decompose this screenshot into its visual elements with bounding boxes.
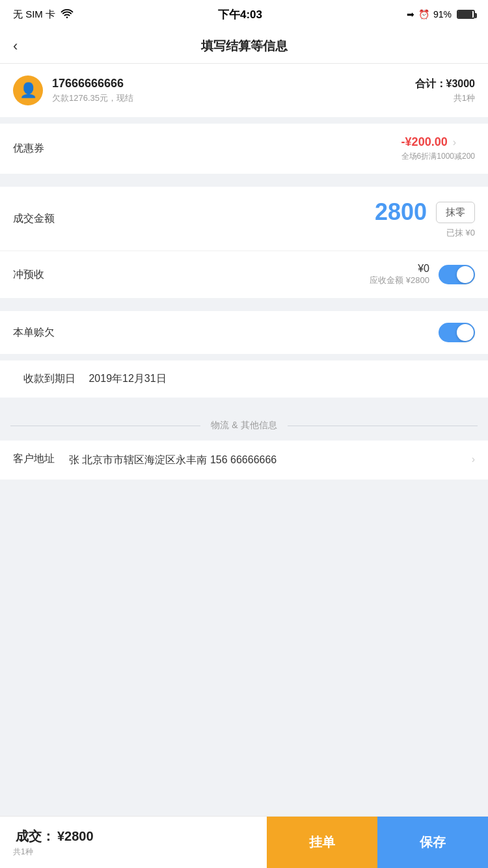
save-button[interactable]: 保存 xyxy=(377,817,488,868)
coupon-row[interactable]: 优惠券 -¥200.00 › 全场6折满1000减200 xyxy=(0,124,488,174)
due-date-section: 收款到期日 2019年12月31日 xyxy=(0,360,488,398)
arrears-label: 本单赊欠 xyxy=(13,326,55,340)
avatar: 👤 xyxy=(13,75,43,105)
coupon-chevron-icon: › xyxy=(453,137,456,148)
content-area: 👤 17666666666 欠款1276.35元，现结 合计：¥3000 共1种… xyxy=(0,64,488,655)
logistics-divider: 物流 & 其他信息 xyxy=(0,411,488,441)
due-date-label: 收款到期日 xyxy=(23,373,75,384)
address-value: 张 北京市市辖区海淀区永丰南 156 66666666 xyxy=(69,452,472,468)
nav-bar: ‹ 填写结算等信息 xyxy=(0,29,488,64)
due-date-value: 2019年12月31日 xyxy=(88,373,166,384)
arrears-toggle[interactable] xyxy=(439,323,475,342)
coupon-desc: 全场6折满1000减200 xyxy=(401,151,475,162)
round-button[interactable]: 抹零 xyxy=(436,202,475,223)
status-right: ➡ ⏰ 91% xyxy=(407,9,475,20)
customer-card: 👤 17666666666 欠款1276.35元，现结 合计：¥3000 共1种 xyxy=(0,64,488,117)
gray-area xyxy=(0,486,488,590)
prepay-sub: 应收金额 ¥2800 xyxy=(370,275,429,286)
summary-amount: ¥2800 xyxy=(57,829,94,843)
prepay-right: ¥0 应收金额 ¥2800 xyxy=(370,263,475,286)
transaction-right: 2800 抹零 已抹 ¥0 xyxy=(375,198,475,239)
bottom-bar: 成交：¥2800 共1种 挂单 保存 xyxy=(0,816,488,868)
transaction-amount: 2800 xyxy=(375,198,427,226)
summary-count: 共1种 xyxy=(13,847,254,858)
wifi-icon xyxy=(61,9,74,20)
transaction-sub: 已抹 ¥0 xyxy=(446,227,475,239)
total-amount: 合计：¥3000 xyxy=(415,77,476,91)
arrears-toggle-slider xyxy=(439,323,475,342)
alarm-icon: ⏰ xyxy=(418,9,429,20)
logistics-label: 物流 & 其他信息 xyxy=(211,420,277,431)
location-icon: ➡ xyxy=(407,9,414,20)
customer-info: 17666666666 欠款1276.35元，现结 xyxy=(52,77,133,104)
transaction-section: 成交金额 2800 抹零 已抹 ¥0 冲预收 ¥0 应收金额 ¥2800 xyxy=(0,187,488,298)
address-chevron-icon: › xyxy=(472,454,475,465)
battery-icon xyxy=(457,10,475,19)
battery-label: 91% xyxy=(433,9,452,20)
address-section[interactable]: 客户地址 张 北京市市辖区海淀区永丰南 156 66666666 › xyxy=(0,441,488,480)
prepay-label: 冲预收 xyxy=(13,268,44,282)
logistics-line-right xyxy=(288,426,478,426)
prepay-toggle-slider xyxy=(439,265,475,284)
transaction-row: 成交金额 2800 抹零 已抹 ¥0 xyxy=(0,187,488,251)
coupon-discount: -¥200.00 xyxy=(401,135,448,149)
total-count: 共1种 xyxy=(415,92,476,104)
prepay-row: 冲预收 ¥0 应收金额 ¥2800 xyxy=(0,251,488,298)
divider-3 xyxy=(0,404,488,411)
status-left: 无 SIM 卡 xyxy=(13,8,74,21)
logistics-line-left xyxy=(10,426,200,426)
pending-button[interactable]: 挂单 xyxy=(267,817,377,868)
back-button[interactable]: ‹ xyxy=(13,38,18,55)
address-label: 客户地址 xyxy=(13,452,59,466)
customer-phone: 17666666666 xyxy=(52,77,133,90)
transaction-label: 成交金额 xyxy=(13,212,55,226)
divider-2 xyxy=(0,305,488,311)
summary-label: 成交： xyxy=(16,829,55,843)
status-time: 下午4:03 xyxy=(218,7,262,22)
divider-1 xyxy=(0,180,488,187)
coupon-label: 优惠券 xyxy=(13,142,44,156)
arrears-section: 本单赊欠 xyxy=(0,311,488,354)
page-title: 填写结算等信息 xyxy=(201,38,288,55)
carrier-label: 无 SIM 卡 xyxy=(13,8,55,21)
status-bar: 无 SIM 卡 下午4:03 ➡ ⏰ 91% xyxy=(0,0,488,29)
avatar-icon: 👤 xyxy=(20,82,37,99)
coupon-section: 优惠券 -¥200.00 › 全场6折满1000减200 xyxy=(0,124,488,174)
coupon-right: -¥200.00 › 全场6折满1000减200 xyxy=(401,135,475,162)
customer-total: 合计：¥3000 共1种 xyxy=(415,77,476,104)
arrears-row: 本单赊欠 xyxy=(0,311,488,354)
prepay-toggle[interactable] xyxy=(439,265,475,284)
prepay-amount: ¥0 xyxy=(370,263,429,275)
bottom-summary: 成交：¥2800 共1种 xyxy=(0,828,267,858)
summary-main: 成交：¥2800 xyxy=(13,828,254,845)
customer-left: 👤 17666666666 欠款1276.35元，现结 xyxy=(13,75,133,105)
customer-debt: 欠款1276.35元，现结 xyxy=(52,92,133,104)
